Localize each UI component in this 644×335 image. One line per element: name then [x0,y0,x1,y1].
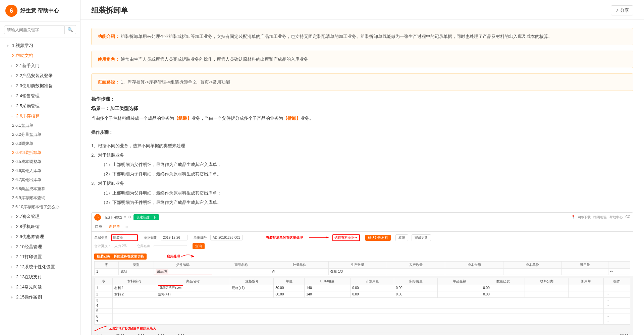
cell-b-action-4[interactable]: ⋯ [603,303,630,308]
mock-tab-other[interactable]: ⊞ [123,222,130,231]
steps-title: 操作步骤： [91,96,633,102]
sidebar-item-docs[interactable]: − 2.帮助文档 [0,51,80,61]
sidebar-item-2-13[interactable]: + 2.13在线支付 [0,272,80,282]
other-btn[interactable]: 完成更改 [412,234,431,241]
sidebar-item-2-6-2[interactable]: 2.6.2分量盘点单 [0,130,80,139]
annotation-4-row: 无固定活产BOM清单在这里录入 [94,325,630,332]
sidebar-item-2-9[interactable]: + 2.9优惠券管理 [0,232,80,242]
table-row: 6 ⋯ [95,314,630,319]
mock-bottom-table-section: 序 材料编码 商品名称 规格型号 单位 BOM用量 计划用量 实际用量 单品金额… [92,276,633,335]
date-label: 单据日期 [144,235,157,240]
col-b-spec: 规格型号 [230,278,274,285]
share-button[interactable]: ↗ 分享 [611,5,633,15]
cell-actual-qty [387,268,445,275]
scenario-desc: 当由多个子件材料组装成一个成品的业务为【组装】业务，当由一个父件拆分成多个子产品… [91,114,633,122]
role-block: 使用角色： 通常由生产人员或库管人员完成拆装业务的操作，库管人员确认原材料的出库… [91,51,633,68]
sidebar-item-2-2[interactable]: + 2.2产品安装及登录 [0,71,80,81]
mock-bottom-table: 序 材料编码 商品名称 规格型号 单位 BOM用量 计划用量 实际用量 单品金额… [94,278,630,325]
cell-b-spec-2 [230,291,274,297]
cell-b-action-5[interactable]: ⋯ [603,308,630,314]
cell-b-action-6[interactable]: ⋯ [603,314,630,319]
sidebar-item-label: 2.4销售管理 [16,93,40,99]
sidebar-item-2-7[interactable]: + 2.7资金管理 [0,212,80,222]
arrow-svg-1 [309,235,329,240]
cell-b-actual-2: 0.00 [394,291,438,297]
mock-footer-row: 合计 ¥0.00 0.00 0.00 0.00 ¥0.00 [94,333,630,335]
sidebar-item-2-1[interactable]: + 2.1新手入门 [0,61,80,71]
sidebar-item-2-6-5[interactable]: 2.6.5成本调整单 [0,157,80,166]
cell-unit: 件 [270,268,329,275]
sidebar-item-label: 2.13在线支付 [16,274,42,280]
sidebar-item-2-6-9[interactable]: 2.6.9库存账本查询 [0,193,80,203]
cell-b-actual: 0.00 [394,285,438,291]
sidebar-item-2-14[interactable]: + 2.14常见问题 [0,282,80,292]
step-3-1: （1）上部明细为父件明细，最终作为原材料生成其它出库单； [91,189,633,197]
cell-b-action-3[interactable]: ⋯ [603,297,630,303]
cell-b-unit: 30.00 [274,285,305,291]
order-type-input[interactable]: 组装单 [111,234,138,241]
logo-icon: 6 [5,5,17,17]
sidebar-item-label: 2.3使用前数据准备 [16,83,53,89]
sidebar-item-2-11[interactable]: + 2.11打印设置 [0,252,80,262]
sidebar-item-2-8[interactable]: + 2.8手机旺铺 [0,222,80,232]
sidebar-item-2-6-3[interactable]: 2.6.3调拨单 [0,139,80,148]
assembly-toggle-btn[interactable]: 组装业务，拆卸业务在这里切换 [94,254,147,260]
arrow-svg-4 [94,325,108,332]
mock-tab-home[interactable]: 自页 [92,222,106,231]
search-button[interactable]: 🔍 [65,25,76,34]
sidebar-item-2-15[interactable]: + 2.15操作案例 [0,292,80,302]
sidebar-item-2-10[interactable]: + 2.10经营管理 [0,242,80,252]
mock-tab-new[interactable]: 新建单 [106,222,123,231]
select-bom-btn[interactable]: 选择有料单据▼ [332,234,360,241]
sidebar-item-videos[interactable]: + 1.视频学习 [0,41,80,51]
cell-b-action[interactable]: ⋯ [603,285,630,291]
sidebar-item-2-6[interactable]: − 2.6库存核算 [0,111,80,121]
sidebar-item-2-6-6[interactable]: 2.6.6其他入库单 [0,166,80,175]
search-input[interactable] [4,25,65,34]
cell-b-order-2 [569,291,604,297]
date-input[interactable]: 2019-12-26 [161,235,187,240]
page-header: 组装拆卸单 ↗ 分享 [80,0,644,20]
mock-icon4: 帮助中心 [609,215,623,220]
mock-bottom-table-head: 序 材料编码 商品名称 规格型号 单位 BOM用量 计划用量 实际用量 单品金额… [95,278,630,285]
order-num-label: 单据编号 [194,235,207,240]
sidebar-item-2-5[interactable]: + 2.5采购管理 [0,101,80,111]
mock-icon1: 📍 [571,215,575,220]
sidebar-item-label: 2.7资金管理 [16,214,40,220]
cell-b-action-7[interactable]: ⋯ [603,319,630,324]
col-cost-amount: 成本金额 [445,261,503,268]
order-num-input[interactable]: AD-20191226-001 [210,235,243,240]
sidebar-item-label: 2.1新手入门 [16,63,40,69]
mock-nav-tabs: 自页 新建单 ⊞ [92,222,633,232]
mock-settings-icon: ⚙ [128,215,131,219]
cell-b-seq-5: 5 [95,308,113,314]
sidebar-item-2-6-8[interactable]: 2.6.8商品成本重算 [0,184,80,193]
confirm-process-btn[interactable]: 确认处理材料 [365,235,391,241]
search-goods-btn[interactable]: 查询 [193,243,205,249]
cell-edit[interactable]: ✏ [608,268,630,275]
sidebar-item-2-6-1[interactable]: 2.6.1盘点单 [0,121,80,130]
minus-icon: − [5,53,10,58]
mock-icon5: CC [626,215,630,220]
warehouse-input[interactable] [154,245,187,247]
page-count-label: 合计页次： [94,244,111,248]
sidebar-item-2-6-10[interactable]: 2.6.10库存账本错了怎么办 [0,203,80,212]
mock-logo: 6 [94,214,101,221]
sidebar-item-2-6-7[interactable]: 2.6.7其他出库单 [0,175,80,184]
col-goods-name: 商品名称 [212,261,270,268]
sidebar-item-2-4[interactable]: + 2.4销售管理 [0,91,80,101]
cell-b-up-2 [438,291,481,297]
step-3: 3、对于拆卸业务 [91,180,633,187]
cell-b-order [569,285,604,291]
step-2: 2、对于组装业务 [91,152,633,159]
sidebar-item-2-12[interactable]: + 2.12系统个性化设置 [0,262,80,272]
sidebar-item-2-6-4[interactable]: 2.6.4组装拆卸单 [0,148,80,157]
col-b-category: 物料分类 [525,278,569,285]
cancel-btn[interactable]: 取消 [395,234,408,241]
search-area: 🔍 [0,22,80,38]
role-label: 使用角色： [98,57,119,62]
cell-b-action-2[interactable]: ⋯ [603,291,630,297]
mock-create-btn[interactable]: 创建新建一下 [133,214,159,220]
cell-b-unit-price [438,285,481,291]
sidebar-item-2-3[interactable]: + 2.3使用前数据准备 [0,81,80,91]
